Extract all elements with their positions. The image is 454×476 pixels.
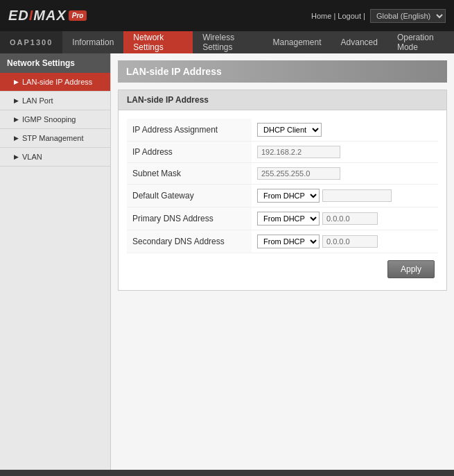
page-title: LAN-side IP Address	[118, 60, 447, 83]
nav-wireless-settings[interactable]: Wireless Settings	[193, 31, 263, 53]
sidebar-stp-management-label: STP Management	[22, 134, 83, 142]
content-box: LAN-side IP Address IP Address Assignmen…	[118, 90, 447, 291]
arrow-icon: ▶	[14, 116, 19, 123]
form-table: IP Address Assignment DHCP Client Static…	[127, 119, 438, 253]
footer: Copyright 2017 © EDIMAX Technology Co., …	[0, 470, 454, 476]
logo-edimax: EDIMAX	[8, 8, 67, 24]
secondary-dns-input[interactable]	[322, 235, 378, 248]
nav-management[interactable]: Management	[263, 31, 331, 53]
subnet-mask-input[interactable]	[257, 167, 340, 180]
secondary-dns-select[interactable]: From DHCP Static	[257, 235, 320, 248]
arrow-icon: ▶	[14, 78, 19, 85]
table-row: Primary DNS Address From DHCP Static	[127, 207, 438, 230]
ip-address-assignment-label: IP Address Assignment	[127, 119, 252, 142]
sidebar-vlan[interactable]: ▶ VLAN	[0, 148, 110, 167]
sidebar-lan-side-ip-label: LAN-side IP Address	[22, 78, 92, 86]
separator2: |	[363, 12, 367, 20]
ip-address-assignment-cell: DHCP Client Static IP	[252, 119, 438, 142]
sidebar: Network Settings ▶ LAN-side IP Address ▶…	[0, 53, 111, 470]
default-gateway-input[interactable]	[322, 189, 392, 202]
sidebar-section-title: Network Settings	[0, 53, 110, 73]
content-box-body: IP Address Assignment DHCP Client Static…	[119, 110, 446, 290]
default-gateway-label: Default Gateway	[127, 185, 252, 207]
logo-area: EDIMAX Pro	[8, 8, 87, 24]
ip-address-assignment-select[interactable]: DHCP Client Static IP	[257, 123, 322, 137]
secondary-dns-group: From DHCP Static	[257, 235, 433, 248]
table-row: Default Gateway From DHCP Static	[127, 185, 438, 207]
sidebar-igmp-snooping[interactable]: ▶ IGMP Snooping	[0, 110, 110, 129]
apply-button[interactable]: Apply	[387, 260, 435, 278]
content-box-title: LAN-side IP Address	[119, 90, 446, 110]
header: EDIMAX Pro Home | Logout | Global (Engli…	[0, 0, 454, 31]
content-area: LAN-side IP Address LAN-side IP Address …	[111, 53, 454, 470]
logout-link[interactable]: Logout	[338, 12, 361, 20]
primary-dns-label: Primary DNS Address	[127, 207, 252, 230]
sidebar-stp-management[interactable]: ▶ STP Management	[0, 129, 110, 148]
default-gateway-select[interactable]: From DHCP Static	[257, 189, 320, 203]
main-layout: Network Settings ▶ LAN-side IP Address ▶…	[0, 53, 454, 470]
apply-btn-row: Apply	[127, 253, 438, 282]
sidebar-lan-port-label: LAN Port	[22, 96, 53, 105]
language-select[interactable]: Global (English)	[370, 9, 446, 23]
subnet-mask-label: Subnet Mask	[127, 163, 252, 185]
table-row: IP Address	[127, 142, 438, 163]
logo-pro: Pro	[69, 10, 87, 21]
primary-dns-cell: From DHCP Static	[252, 207, 438, 230]
arrow-icon: ▶	[14, 97, 19, 104]
subnet-mask-cell	[252, 163, 438, 185]
arrow-icon: ▶	[14, 135, 19, 142]
top-nav: OAP1300 Information Network Settings Wir…	[0, 31, 454, 53]
nav-information[interactable]: Information	[62, 31, 123, 53]
nav-network-settings[interactable]: Network Settings	[123, 31, 193, 53]
table-row: Secondary DNS Address From DHCP Static	[127, 230, 438, 253]
home-link[interactable]: Home	[311, 12, 331, 20]
arrow-icon: ▶	[14, 153, 19, 160]
sidebar-igmp-snooping-label: IGMP Snooping	[22, 115, 76, 124]
secondary-dns-cell: From DHCP Static	[252, 230, 438, 253]
primary-dns-select[interactable]: From DHCP Static	[257, 212, 320, 226]
product-id: OAP1300	[0, 31, 62, 53]
default-gateway-cell: From DHCP Static	[252, 185, 438, 207]
header-links: Home | Logout | Global (English)	[311, 9, 446, 23]
ip-address-label: IP Address	[127, 142, 252, 163]
table-row: IP Address Assignment DHCP Client Static…	[127, 119, 438, 142]
nav-advanced[interactable]: Advanced	[331, 31, 387, 53]
primary-dns-input[interactable]	[322, 212, 378, 225]
sidebar-lan-side-ip[interactable]: ▶ LAN-side IP Address	[0, 73, 110, 92]
nav-operation-mode[interactable]: Operation Mode	[387, 31, 454, 53]
table-row: Subnet Mask	[127, 163, 438, 185]
sidebar-lan-port[interactable]: ▶ LAN Port	[0, 92, 110, 110]
ip-address-cell	[252, 142, 438, 163]
primary-dns-group: From DHCP Static	[257, 212, 433, 226]
default-gateway-group: From DHCP Static	[257, 189, 433, 203]
ip-address-input[interactable]	[257, 146, 340, 158]
secondary-dns-label: Secondary DNS Address	[127, 230, 252, 253]
sidebar-vlan-label: VLAN	[22, 153, 42, 161]
